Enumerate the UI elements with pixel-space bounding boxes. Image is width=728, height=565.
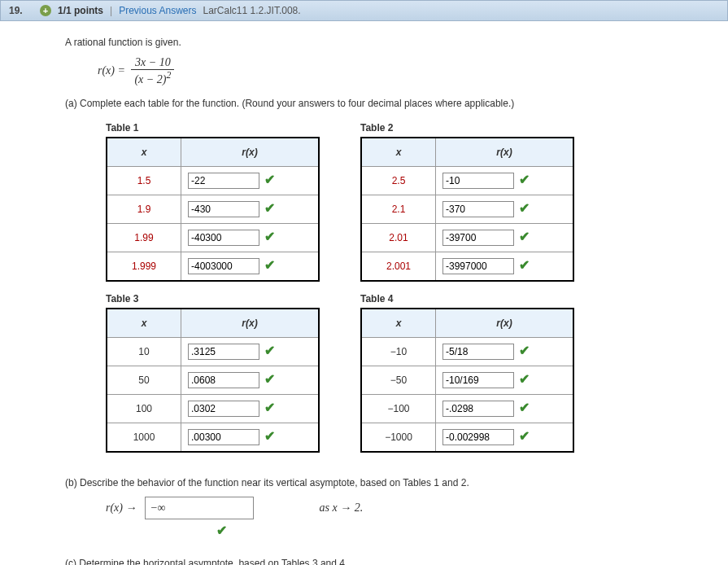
check-icon: ✔ — [264, 371, 275, 387]
check-icon: ✔ — [519, 229, 530, 244]
table3: xr(x) 10✔ 50✔ 100✔ 1000✔ — [106, 308, 320, 453]
table-row: 1.999✔ — [107, 252, 319, 281]
limit-line: r(x) → −∞ as x → 2. — [106, 497, 712, 519]
check-icon: ✔ — [264, 257, 275, 273]
question-body: A rational function is given. r(x) = 3x … — [0, 21, 728, 565]
table-row: −1000✔ — [361, 423, 573, 452]
check-icon: ✔ — [519, 428, 530, 444]
reference-text: LarCalc11 1.2.JIT.008. — [203, 5, 301, 16]
answer-input[interactable] — [188, 372, 259, 388]
col-x: x — [107, 138, 181, 167]
check-icon: ✔ — [264, 343, 275, 358]
table-row: −50✔ — [361, 366, 573, 394]
table4: xr(x) −10✔ −50✔ −100✔ −1000✔ — [360, 308, 574, 453]
check-icon: ✔ — [519, 343, 530, 358]
col-r: r(x) — [181, 138, 320, 167]
part-c-text: (c) Determine the horizontal asymptote, … — [65, 558, 712, 565]
plus-icon[interactable]: + — [40, 5, 51, 16]
limit-lhs: r(x) → — [106, 501, 137, 515]
check-icon: ✔ — [519, 371, 530, 387]
formula-numerator: 3x − 10 — [131, 56, 174, 70]
table-row: 2.5✔ — [361, 166, 573, 195]
answer-input[interactable] — [188, 230, 259, 246]
table2-title: Table 2 — [360, 122, 574, 134]
table4-title: Table 4 — [360, 293, 574, 304]
check-icon: ✔ — [264, 200, 275, 216]
limit-as: as x → 2. — [319, 501, 363, 515]
part-a-text: (a) Complete each table for the function… — [65, 98, 712, 109]
table-row: 1.99✔ — [107, 223, 319, 252]
check-icon: ✔ — [519, 172, 530, 187]
table-row: −100✔ — [361, 394, 573, 423]
answer-input[interactable] — [188, 344, 259, 360]
check-icon: ✔ — [264, 400, 275, 415]
table-row: 50✔ — [107, 366, 319, 394]
table-row: −10✔ — [361, 337, 573, 366]
table-row: 100✔ — [107, 394, 319, 423]
answer-input[interactable] — [442, 173, 514, 189]
table-row: 2.001✔ — [361, 252, 573, 281]
answer-input[interactable] — [442, 230, 514, 246]
points-text: 1/1 points — [58, 5, 103, 16]
answer-input[interactable] — [442, 372, 514, 388]
col-x: x — [361, 138, 436, 167]
tables-row-12: Table 1 xr(x) 1.5✔ 1.9✔ 1.99✔ 1.999✔ Tab… — [106, 117, 712, 282]
table2: xr(x) 2.5✔ 2.1✔ 2.01✔ 2.001✔ — [360, 137, 574, 282]
check-icon: ✔ — [264, 428, 275, 444]
answer-input[interactable] — [188, 173, 259, 189]
check-icon: ✔ — [519, 200, 530, 216]
function-formula: r(x) = 3x − 10 (x − 2)2 — [98, 56, 712, 86]
table-row: 2.01✔ — [361, 223, 573, 252]
table-row: 1.5✔ — [107, 166, 319, 195]
check-icon: ✔ — [519, 257, 530, 273]
check-icon: ✔ — [264, 229, 275, 244]
table-row: 2.1✔ — [361, 195, 573, 223]
check-icon: ✔ — [264, 172, 275, 187]
answer-input[interactable] — [188, 258, 259, 274]
table1: xr(x) 1.5✔ 1.9✔ 1.99✔ 1.999✔ — [106, 137, 320, 282]
question-header: 19. + 1/1 points | Previous Answers LarC… — [0, 0, 728, 21]
intro-text: A rational function is given. — [65, 37, 712, 48]
table-row: 1.9✔ — [107, 195, 319, 223]
answer-input[interactable] — [188, 401, 259, 417]
col-r: r(x) — [181, 309, 320, 338]
col-r: r(x) — [436, 309, 574, 338]
answer-input[interactable] — [442, 429, 514, 445]
previous-answers-link[interactable]: Previous Answers — [119, 5, 196, 16]
col-x: x — [107, 309, 181, 338]
check-icon: ✔ — [216, 523, 227, 538]
answer-input[interactable] — [442, 344, 514, 360]
answer-input[interactable] — [188, 429, 259, 445]
col-r: r(x) — [436, 138, 574, 167]
table1-title: Table 1 — [106, 122, 320, 134]
divider-text: | — [110, 5, 112, 16]
answer-input[interactable] — [442, 401, 514, 417]
check-icon: ✔ — [519, 400, 530, 415]
table-row: 1000✔ — [107, 423, 319, 452]
question-number: 19. — [9, 5, 33, 16]
part-b-text: (b) Describe the behavior of the functio… — [65, 477, 712, 488]
table-row: 10✔ — [107, 337, 319, 366]
tables-row-34: Table 3 xr(x) 10✔ 50✔ 100✔ 1000✔ Table 4… — [106, 288, 712, 453]
limit-value-box[interactable]: −∞ — [145, 497, 254, 519]
answer-input[interactable] — [442, 258, 514, 274]
formula-lhs: r(x) = — [98, 64, 125, 77]
col-x: x — [361, 309, 436, 338]
table3-title: Table 3 — [106, 293, 320, 304]
answer-input[interactable] — [442, 201, 514, 217]
formula-denominator: (x − 2)2 — [131, 70, 174, 86]
answer-input[interactable] — [188, 201, 259, 217]
